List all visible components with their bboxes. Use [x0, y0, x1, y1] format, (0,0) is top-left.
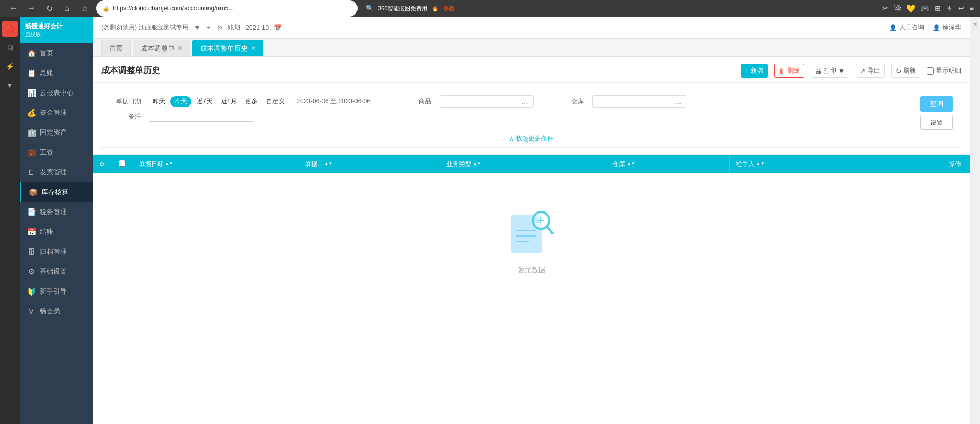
grid-icon: ⊞: [935, 4, 941, 13]
th-warehouse[interactable]: 仓库 ▲▼: [606, 155, 730, 173]
th-checkbox[interactable]: [112, 155, 132, 173]
query-button[interactable]: 查询: [920, 96, 953, 112]
warehouse-dropdown[interactable]: ...: [592, 95, 686, 108]
sidebar-icon-guide: 🔰: [27, 287, 36, 296]
sort-arrows-number: ▲▼: [324, 162, 332, 166]
calendar-icon[interactable]: 📅: [274, 24, 282, 31]
forward-button[interactable]: →: [24, 1, 39, 16]
date-btn-近7天[interactable]: 近7天: [193, 96, 216, 107]
sidebar-label-assets: 固定资产: [40, 128, 67, 137]
page-area: 成本调整单历史 + 新增 🗑 删除 🖨 打印 ▼ ↗ 导出: [93, 57, 970, 424]
home-browser-button[interactable]: ⌂: [60, 1, 74, 16]
add-icon[interactable]: ＋: [205, 23, 212, 32]
game-icon: 🎮: [920, 4, 929, 13]
show-cols-label[interactable]: 显示明细: [927, 66, 961, 75]
refresh-button[interactable]: ↻ 刷新: [891, 64, 920, 78]
print-button[interactable]: 🖨 打印 ▼: [811, 64, 849, 78]
th-operator-sort[interactable]: 经手人 ▲▼: [736, 160, 868, 169]
sidebar-icon-settings: ⚙: [27, 267, 36, 276]
filter-main: 单据日期 昨天今天近7天近1月更多自定义 2023-06-06 至 2023-0…: [101, 89, 961, 130]
sidebar-item-finance[interactable]: 💰 资金管理: [20, 103, 93, 123]
translate-icon: 译: [894, 4, 901, 13]
sidebar-item-inventory[interactable]: 📦 库存核算: [20, 182, 93, 202]
select-all-checkbox[interactable]: [119, 160, 125, 167]
collapse-button[interactable]: ∧ 收起更多条件: [509, 134, 554, 143]
star-button[interactable]: ☆: [77, 1, 92, 16]
tab-home[interactable]: 首页: [101, 40, 131, 56]
date-range-text: 2023-06-06 至 2023-06-06: [296, 97, 370, 106]
refresh-browser-button[interactable]: ↻: [42, 1, 56, 16]
sidebar-item-archive[interactable]: 🗄 归档管理: [20, 242, 93, 262]
sidebar-item-reports[interactable]: 📊 云报表中心: [20, 83, 93, 103]
settings-icon-top[interactable]: ⚙: [217, 24, 223, 31]
tab-close-cost-adjust-history[interactable]: ✕: [251, 45, 256, 52]
tab-cost-adjust-history[interactable]: 成本调整单历史✕: [192, 40, 263, 56]
th-biz-type-sort[interactable]: 业务类型 ▲▼: [446, 160, 600, 169]
table-header-row: ⚙ 单据日期 ▲▼: [93, 155, 970, 173]
period-value: 2021-10: [246, 24, 269, 31]
sidebar-item-ledger[interactable]: 📋 总账: [20, 63, 93, 83]
sidebar-item-home[interactable]: 🏠 首页: [20, 43, 93, 63]
left-icon-active[interactable]: 🔴: [2, 21, 18, 37]
th-date-sort[interactable]: 单据日期 ▲▼: [139, 160, 292, 169]
new-button[interactable]: + 新增: [741, 64, 768, 78]
th-settings[interactable]: ⚙: [93, 155, 112, 173]
tab-cost-adjust[interactable]: 成本调整单✕: [133, 40, 190, 56]
th-date[interactable]: 单据日期 ▲▼: [132, 155, 298, 173]
dropdown-icon[interactable]: ▼: [194, 24, 200, 31]
goods-dropdown[interactable]: ...: [440, 95, 534, 108]
sidebar-label-guide: 新手引导: [40, 287, 67, 296]
filter-fields: 单据日期 昨天今天近7天近1月更多自定义 2023-06-06 至 2023-0…: [110, 95, 912, 122]
refresh-icon: ↻: [896, 67, 901, 75]
left-icon-1[interactable]: ⊞: [2, 40, 18, 55]
th-biz-type[interactable]: 业务类型 ▲▼: [440, 155, 606, 173]
export-button[interactable]: ↗ 导出: [856, 64, 885, 78]
browser-nav-buttons[interactable]: ← → ↻ ⌂ ☆: [6, 1, 92, 16]
tab-close-cost-adjust[interactable]: ✕: [178, 45, 182, 52]
date-btn-昨天[interactable]: 昨天: [149, 96, 168, 107]
search-text: 360智能抠图免费用: [378, 5, 428, 13]
user-btn[interactable]: 👤 徐泽华: [932, 23, 961, 32]
lock-icon: 🔒: [102, 5, 110, 12]
sidebar-icon-invoice: 🗒: [27, 168, 36, 176]
sidebar-item-guide[interactable]: 🔰 新手引导: [20, 281, 93, 301]
sidebar-item-period-close[interactable]: 📅 结账: [20, 222, 93, 242]
date-btn-自定义[interactable]: 自定义: [263, 96, 288, 107]
left-icon-2[interactable]: ⚡: [2, 58, 18, 74]
sidebar-icon-ledger: 📋: [27, 69, 36, 77]
filter-settings-button[interactable]: 设置: [920, 116, 953, 130]
th-warehouse-sort[interactable]: 仓库 ▲▼: [613, 160, 723, 169]
sidebar-icon-payroll: 💼: [27, 148, 36, 157]
sidebar-icon-reports: 📊: [27, 89, 36, 97]
th-operator[interactable]: 经手人 ▲▼: [730, 155, 874, 173]
top-bar: (勿删勿禁用) 江西服宝测试专用 ▼ ＋ ⚙ 账期 2021-10 📅 👤 人工…: [93, 17, 970, 39]
sort-arrows-operator: ▲▼: [756, 162, 765, 166]
svg-line-6: [547, 226, 552, 233]
filter-row-notes: 备注: [110, 112, 912, 122]
sidebar-item-member[interactable]: V 畅会员: [20, 301, 93, 321]
sidebar-item-settings[interactable]: ⚙ 基础设置: [20, 262, 93, 281]
close-panel-icon[interactable]: ✕: [973, 21, 978, 28]
date-btn-更多[interactable]: 更多: [242, 96, 261, 107]
scissors-icon: ✂: [882, 4, 889, 13]
sidebar-item-payroll[interactable]: 💼 工资: [20, 143, 93, 162]
address-bar[interactable]: 🔒 https://cloud.chanjet.com/accounting/u…: [96, 0, 358, 17]
show-cols-checkbox[interactable]: [927, 67, 934, 75]
th-number-sort[interactable]: 单据... ▲▼: [305, 160, 433, 169]
date-btn-近1月[interactable]: 近1月: [218, 96, 240, 107]
left-icon-3[interactable]: ▼: [2, 77, 18, 93]
sidebar-item-assets[interactable]: 🏢 固定资产: [20, 123, 93, 143]
notes-input[interactable]: [149, 112, 254, 122]
filter-date-btns: 昨天今天近7天近1月更多自定义: [149, 96, 288, 107]
delete-button[interactable]: 🗑 删除: [774, 64, 804, 78]
date-btn-今天[interactable]: 今天: [170, 96, 191, 107]
filter-area: 单据日期 昨天今天近7天近1月更多自定义 2023-06-06 至 2023-0…: [93, 83, 970, 155]
hot-text: 热搜: [443, 5, 455, 13]
th-number[interactable]: 单据... ▲▼: [298, 155, 440, 173]
sidebar-item-tax[interactable]: 📑 税务管理: [20, 202, 93, 222]
sidebar-item-invoice[interactable]: 🗒 发票管理: [20, 162, 93, 182]
sidebar-icon-home: 🏠: [27, 49, 36, 57]
top-bar-right: 👤 人工咨询 👤 徐泽华: [889, 23, 961, 32]
back-button[interactable]: ←: [6, 1, 21, 16]
service-btn[interactable]: 👤 人工咨询: [889, 23, 924, 32]
